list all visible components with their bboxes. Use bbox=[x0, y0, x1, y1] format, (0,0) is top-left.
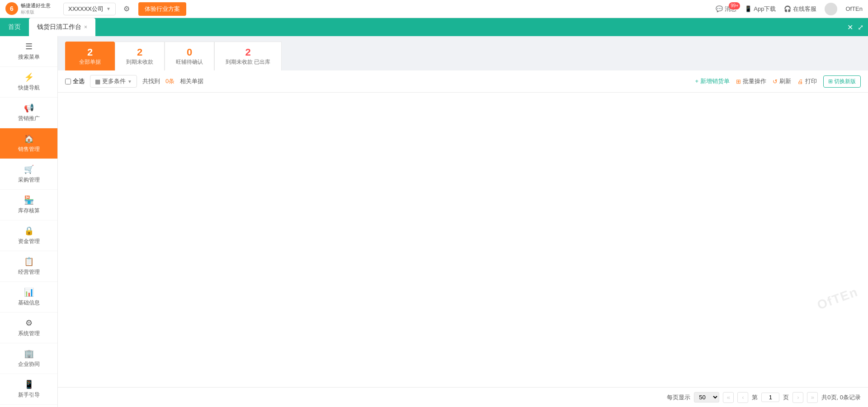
ops-icon: 📋 bbox=[24, 257, 34, 267]
sidebar-item-base-info[interactable]: 📊 基础信息 bbox=[0, 282, 57, 313]
tab-cashflow-label: 钱货日清工作台 bbox=[37, 23, 81, 31]
select-all-checkbox[interactable]: 全选 bbox=[65, 77, 85, 85]
sidebar-item-search-menu[interactable]: ☰ 搜索菜单 bbox=[0, 36, 57, 67]
settings-icon: ⚙ bbox=[123, 5, 130, 13]
sidebar: ☰ 搜索菜单 ⚡ 快捷导航 📢 营销推广 🏠 销售管理 🛒 采购管理 🏪 库存核… bbox=[0, 36, 58, 407]
tab-card-overdue-unshipped[interactable]: 2 到期未收款 已出库 bbox=[214, 42, 282, 70]
switch-new-icon: ⊞ bbox=[828, 78, 833, 84]
ops-label: 经营管理 bbox=[18, 268, 40, 276]
nav-close-icon[interactable]: ✕ bbox=[847, 23, 853, 32]
inventory-icon: 🏪 bbox=[24, 195, 34, 205]
trial-button[interactable]: 体验行业方案 bbox=[138, 2, 186, 16]
last-page-icon: » bbox=[811, 394, 814, 401]
nav-tabs: 首页 钱货日清工作台 × ✕ ⤢ bbox=[0, 18, 868, 36]
sidebar-item-fund[interactable]: 🔒 资金管理 bbox=[0, 220, 57, 251]
total-text: 共0页, 0条记录 bbox=[821, 393, 861, 402]
page-suffix: 页 bbox=[783, 393, 789, 402]
related-label: 相关单据 bbox=[180, 77, 203, 85]
sales-icon: 🏠 bbox=[24, 134, 34, 144]
tab-card-overdue[interactable]: 2 到期未收款 bbox=[115, 42, 165, 70]
fund-label: 资金管理 bbox=[18, 238, 40, 245]
settings-button[interactable]: ⚙ bbox=[119, 2, 134, 16]
refresh-button[interactable]: ↺ 刷新 bbox=[773, 77, 791, 85]
nav-right-controls: ✕ ⤢ bbox=[847, 23, 868, 32]
sidebar-item-ops[interactable]: 📋 经营管理 bbox=[0, 251, 57, 282]
filter-arrow-icon: ▼ bbox=[127, 79, 132, 84]
tab-home[interactable]: 首页 bbox=[0, 18, 29, 36]
base-info-label: 基础信息 bbox=[18, 299, 40, 307]
app-download-label: App下载 bbox=[754, 5, 776, 13]
table-area: OfTEn bbox=[58, 93, 868, 387]
sidebar-item-enterprise[interactable]: 🏢 企业协同 bbox=[0, 343, 57, 374]
sidebar-item-sys[interactable]: ⚙ 系统管理 bbox=[0, 313, 57, 343]
purchase-label: 采购管理 bbox=[18, 176, 40, 184]
tab-card-all-num: 2 bbox=[87, 47, 93, 58]
enterprise-icon: 🏢 bbox=[24, 349, 34, 359]
tab-card-unshipped-num: 2 bbox=[245, 47, 251, 58]
sidebar-item-app-center[interactable]: 🔔 应用中心 bbox=[0, 405, 57, 407]
company-selector[interactable]: XXXXXX公司 ▼ bbox=[63, 3, 116, 15]
page-number-input[interactable] bbox=[761, 393, 779, 402]
batch-ops-label: 批量操作 bbox=[743, 77, 766, 85]
close-tab-icon[interactable]: × bbox=[84, 24, 87, 30]
next-page-button[interactable]: › bbox=[793, 392, 803, 403]
tab-card-wangfu-num: 0 bbox=[187, 47, 192, 58]
tab-card-overdue-label: 到期未收款 bbox=[126, 58, 153, 66]
content-area: 2 全部单据 2 到期未收款 0 旺辅待确认 2 到期未收款 已出库 全选 bbox=[58, 36, 868, 407]
base-info-icon: 📊 bbox=[24, 287, 34, 297]
add-sales-order-button[interactable]: + 新增销货单 bbox=[695, 77, 729, 85]
switch-new-version-button[interactable]: ⊞ 切换新版 bbox=[823, 75, 861, 88]
online-service-label: 在线客服 bbox=[793, 5, 816, 13]
per-page-label: 每页显示 bbox=[667, 393, 690, 402]
purchase-icon: 🛒 bbox=[24, 164, 34, 174]
nav-expand-icon[interactable]: ⤢ bbox=[858, 23, 863, 32]
company-dropdown-arrow: ▼ bbox=[106, 6, 111, 11]
sidebar-item-inventory[interactable]: 🏪 库存核算 bbox=[0, 190, 57, 220]
select-all-label: 全选 bbox=[73, 77, 85, 85]
app-download-button[interactable]: 📱 App下载 bbox=[745, 5, 776, 13]
sys-icon: ⚙ bbox=[25, 318, 33, 328]
prev-page-button[interactable]: ‹ bbox=[737, 392, 748, 403]
tab-card-unshipped-label: 到期未收款 已出库 bbox=[226, 58, 270, 66]
app-subtitle: 标准版 bbox=[21, 9, 51, 15]
found-count: 0条 bbox=[165, 77, 175, 85]
app-download-icon: 📱 bbox=[745, 5, 752, 12]
tab-card-all-label: 全部单据 bbox=[79, 58, 101, 66]
print-icon: 🖨 bbox=[797, 78, 803, 85]
first-page-icon: « bbox=[727, 394, 730, 401]
top-header: 6 畅捷通好生意 标准版 XXXXXX公司 ▼ ⚙ 体验行业方案 💬 消息 99… bbox=[0, 0, 868, 18]
sidebar-item-quick-nav[interactable]: ⚡ 快捷导航 bbox=[0, 67, 57, 98]
tab-cashflow-workbench[interactable]: 钱货日清工作台 × bbox=[29, 18, 95, 36]
toolbar: 全选 ▦ 更多条件 ▼ 共找到 0条 相关单据 + 新增销货单 ⊞ 批量操作 ↺ bbox=[58, 70, 868, 93]
app-title: 畅捷通好生意 bbox=[21, 2, 51, 9]
select-all-input[interactable] bbox=[65, 79, 71, 84]
print-button[interactable]: 🖨 打印 bbox=[797, 77, 817, 85]
batch-ops-icon: ⊞ bbox=[736, 78, 741, 85]
filter-icon: ▦ bbox=[95, 78, 100, 85]
user-name: OfTEn bbox=[845, 5, 863, 12]
quick-nav-icon: ⚡ bbox=[24, 72, 34, 82]
sidebar-item-marketing[interactable]: 📢 营销推广 bbox=[0, 98, 57, 128]
company-name: XXXXXX公司 bbox=[68, 5, 104, 13]
marketing-label: 营销推广 bbox=[18, 115, 40, 122]
message-button[interactable]: 💬 消息 99+ bbox=[716, 5, 736, 13]
tab-card-all[interactable]: 2 全部单据 bbox=[65, 42, 115, 70]
logo-text: 畅捷通好生意 标准版 bbox=[21, 2, 51, 15]
filter-button[interactable]: ▦ 更多条件 ▼ bbox=[90, 75, 137, 88]
tab-card-wangfu[interactable]: 0 旺辅待确认 bbox=[165, 42, 214, 70]
last-page-button[interactable]: » bbox=[807, 392, 818, 403]
logo-area: 6 畅捷通好生意 标准版 bbox=[5, 2, 63, 15]
tab-home-label: 首页 bbox=[8, 23, 21, 31]
batch-ops-button[interactable]: ⊞ 批量操作 bbox=[736, 77, 766, 85]
per-page-select[interactable]: 50 100 200 bbox=[694, 392, 719, 402]
avatar[interactable] bbox=[825, 3, 837, 15]
sidebar-item-sales[interactable]: 🏠 销售管理 bbox=[0, 128, 57, 159]
sidebar-item-purchase[interactable]: 🛒 采购管理 bbox=[0, 159, 57, 190]
online-service-icon: 🎧 bbox=[784, 5, 791, 12]
online-service-button[interactable]: 🎧 在线客服 bbox=[784, 5, 816, 13]
first-page-button[interactable]: « bbox=[723, 392, 734, 403]
search-menu-label: 搜索菜单 bbox=[18, 53, 40, 61]
watermark: OfTEn bbox=[815, 285, 860, 313]
tab-card-overdue-num: 2 bbox=[137, 47, 142, 58]
sidebar-item-guide[interactable]: 📱 新手引导 bbox=[0, 374, 57, 405]
